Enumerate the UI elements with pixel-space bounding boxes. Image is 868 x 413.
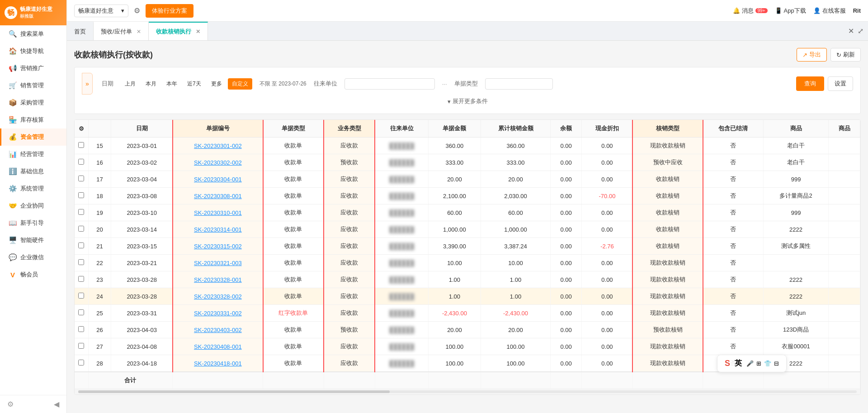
cell-voucher-no[interactable]: SK-20230314-001 <box>173 221 263 238</box>
cell-voucher-type: 收款单 <box>263 271 324 288</box>
cell-checkbox[interactable] <box>75 204 88 221</box>
horizontal-scrollbar[interactable] <box>75 389 860 394</box>
sidebar-item-basic[interactable]: ℹ️ 基础信息 <box>0 163 66 180</box>
cell-voucher-no[interactable]: SK-20230328-001 <box>173 271 263 288</box>
cell-voucher-no[interactable]: SK-20230328-002 <box>173 288 263 305</box>
table-row[interactable]: 26 2023-04-03 SK-20230403-002 收款单 预收款 ██… <box>75 322 860 338</box>
refresh-button[interactable]: ↻ 刷新 <box>830 48 861 62</box>
tab-home[interactable]: 首页 <box>67 22 94 40</box>
cell-checkbox[interactable] <box>75 171 88 188</box>
sidebar-item-enterprise[interactable]: 🤝 企业协同 <box>0 197 66 214</box>
cell-voucher-no[interactable]: SK-20230403-002 <box>173 322 263 338</box>
sidebar-item-wechat[interactable]: 💬 企业微信 <box>0 249 66 266</box>
table-row[interactable]: 27 2023-04-08 SK-20230408-001 收款单 应收款 ██… <box>75 338 860 355</box>
app-download-button[interactable]: 📱 App下载 <box>775 7 806 15</box>
messages-button[interactable]: 🔔 消息 99+ <box>733 7 768 15</box>
sidebar-item-guide[interactable]: 📖 新手引导 <box>0 214 66 232</box>
cell-checkbox[interactable] <box>75 271 88 288</box>
solution-button[interactable]: 体验行业方案 <box>146 4 193 18</box>
page-header: 收款核销执行(按收款) ↗ 导出 ↻ 刷新 <box>74 48 861 62</box>
table-row[interactable]: 24 2023-03-28 SK-20230328-002 收款单 应收款 ██… <box>75 288 860 305</box>
expand-icon[interactable]: ⤢ <box>858 27 863 35</box>
cell-voucher-no[interactable]: SK-20230302-002 <box>173 154 263 171</box>
cell-voucher-no[interactable]: SK-20230301-002 <box>173 138 263 154</box>
voucher-type-select[interactable] <box>485 78 553 90</box>
cell-cum-writeoff: 1.00 <box>481 271 551 288</box>
sidebar-item-marketing[interactable]: 📢 营销推广 <box>0 60 66 77</box>
this-year-btn[interactable]: 本年 <box>162 78 181 90</box>
cell-voucher-no[interactable]: SK-20230408-001 <box>173 338 263 355</box>
sidebar-item-sales[interactable]: 🛒 销售管理 <box>0 77 66 94</box>
custom-date-btn[interactable]: 自定义 <box>228 78 252 90</box>
cell-voucher-type: 红字收款单 <box>263 305 324 322</box>
online-service-button[interactable]: 👤 在线客服 <box>813 7 846 15</box>
tab-prepay-close[interactable]: ✕ <box>137 28 141 35</box>
sidebar-item-system[interactable]: ⚙️ 系统管理 <box>0 180 66 197</box>
th-settings[interactable]: ⚙ <box>75 120 88 138</box>
cell-voucher-no[interactable]: SK-20230315-002 <box>173 238 263 255</box>
close-all-icon[interactable]: ✕ <box>848 27 854 35</box>
tab-collection-close[interactable]: ✕ <box>196 28 200 35</box>
cell-voucher-no[interactable]: SK-20230418-001 <box>173 355 263 372</box>
gear-icon[interactable]: ⚙ <box>134 6 140 15</box>
settings-icon[interactable]: ⚙ <box>7 400 14 408</box>
table-row[interactable]: 17 2023-03-04 SK-20230304-001 收款单 应收款 ██… <box>75 171 860 188</box>
counterparty-input[interactable] <box>344 78 435 90</box>
this-month-btn[interactable]: 本月 <box>142 78 160 90</box>
table-row[interactable]: 22 2023-03-21 SK-20230321-003 收款单 应收款 ██… <box>75 255 860 271</box>
cell-writeoff-type: 现款收款核销 <box>632 355 703 372</box>
cell-checkbox[interactable] <box>75 355 88 372</box>
cell-checkbox[interactable] <box>75 221 88 238</box>
cell-checkbox[interactable] <box>75 188 88 204</box>
cell-voucher-no[interactable]: SK-20230304-001 <box>173 171 263 188</box>
filter-toggle-btn[interactable]: » <box>82 73 93 95</box>
last-7days-btn[interactable]: 近7天 <box>183 78 205 90</box>
sidebar-item-finance[interactable]: 💰 资金管理 <box>0 128 66 146</box>
query-button[interactable]: 查询 <box>796 76 824 91</box>
last-month-btn[interactable]: 上月 <box>121 78 140 90</box>
tab-prepay[interactable]: 预收/应付单 ✕ <box>94 22 149 40</box>
sidebar-item-quicknav[interactable]: 🏠 快捷导航 <box>0 43 66 60</box>
cell-checkbox[interactable] <box>75 322 88 338</box>
cell-checkbox[interactable] <box>75 288 88 305</box>
more-date-btn[interactable]: 更多 <box>207 78 226 90</box>
sidebar-item-search[interactable]: 🔍 搜索菜单 <box>0 25 66 43</box>
table-row[interactable]: 25 2023-03-31 SK-20230331-002 红字收款单 应收款 … <box>75 305 860 322</box>
filter-settings-button[interactable]: 设置 <box>828 76 853 91</box>
table-row[interactable]: 21 2023-03-15 SK-20230315-002 收款单 应收款 ██… <box>75 238 860 255</box>
cell-checkbox[interactable] <box>75 154 88 171</box>
table-row[interactable]: 15 2023-03-01 SK-20230301-002 收款单 应收款 ██… <box>75 138 860 154</box>
cell-balance: 0.00 <box>550 238 582 255</box>
user-avatar[interactable]: Rit <box>853 7 861 14</box>
table-row[interactable]: 23 2023-03-28 SK-20230328-001 收款单 应收款 ██… <box>75 271 860 288</box>
export-button[interactable]: ↗ 导出 <box>797 48 827 62</box>
sidebar-label-finance: 资金管理 <box>20 133 44 141</box>
sidebar-item-inventory[interactable]: 🏪 库存核算 <box>0 111 66 128</box>
cell-checkbox[interactable] <box>75 238 88 255</box>
sidebar-item-hardware[interactable]: 🖥️ 智能硬件 <box>0 232 66 249</box>
collapse-icon[interactable]: ◀ <box>54 400 59 408</box>
cell-index: 26 <box>88 322 111 338</box>
cell-voucher-no[interactable]: SK-20230331-002 <box>173 305 263 322</box>
cell-voucher-no[interactable]: SK-20230321-003 <box>173 255 263 271</box>
sidebar-item-member[interactable]: V 畅会员 <box>0 266 66 283</box>
table-row[interactable]: 20 2023-03-14 SK-20230314-001 收款单 应收款 ██… <box>75 221 860 238</box>
cell-checkbox[interactable] <box>75 138 88 154</box>
scrollbar-thumb[interactable] <box>78 390 390 393</box>
table-row[interactable]: 18 2023-03-08 SK-20230308-001 收款单 应收款 ██… <box>75 188 860 204</box>
cell-checkbox[interactable] <box>75 338 88 355</box>
guide-icon: 📖 <box>9 219 17 227</box>
table-row[interactable]: 19 2023-03-10 SK-20230310-001 收款单 应收款 ██… <box>75 204 860 221</box>
cell-voucher-no[interactable]: SK-20230308-001 <box>173 188 263 204</box>
more-filters-icon[interactable]: ··· <box>442 81 447 87</box>
sidebar-item-operations[interactable]: 📊 经营管理 <box>0 146 66 163</box>
cell-voucher-no[interactable]: SK-20230310-001 <box>173 204 263 221</box>
cell-checkbox[interactable] <box>75 255 88 271</box>
table-footer: 合计 <box>75 372 860 389</box>
table-row[interactable]: 16 2023-03-02 SK-20230302-002 收款单 预收款 ██… <box>75 154 860 171</box>
expand-more-btn[interactable]: ▾ 展开更多条件 <box>82 95 853 108</box>
sidebar-item-purchase[interactable]: 📦 采购管理 <box>0 94 66 111</box>
company-dropdown[interactable]: 畅康道好生意 ▾ <box>74 5 128 17</box>
tab-collection[interactable]: 收款核销执行 ✕ <box>149 22 208 40</box>
cell-checkbox[interactable] <box>75 305 88 322</box>
